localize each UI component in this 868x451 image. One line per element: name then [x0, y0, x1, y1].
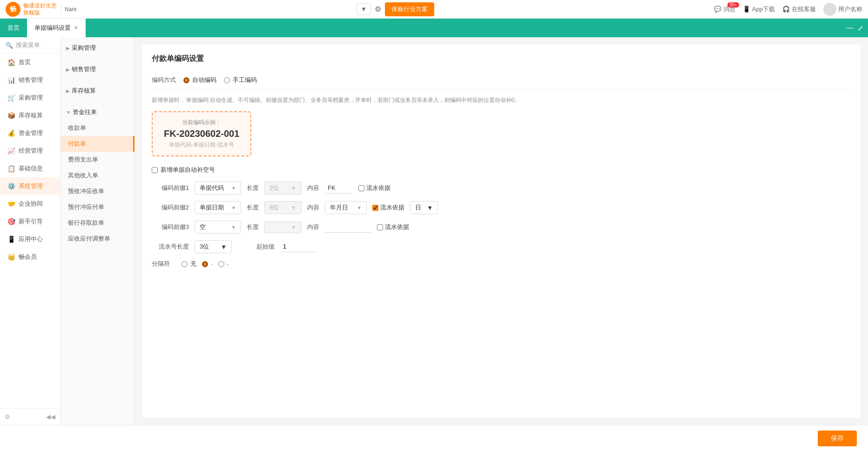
content3-input[interactable]: [325, 222, 371, 233]
tab-encoding-settings[interactable]: 单据编码设置 ✕: [27, 19, 86, 37]
prefix1-arrow-icon: ▼: [231, 186, 236, 191]
sidebar-item-system[interactable]: ⚙️ 系统管理: [0, 177, 60, 195]
sec-group-inventory-title[interactable]: ▶ 库存核算: [61, 83, 135, 99]
prefix3-select[interactable]: 空 ▼: [195, 221, 241, 234]
sidebar-item-finance[interactable]: 💰 资金管理: [0, 124, 60, 142]
sidebar-item-inventory[interactable]: 📦 库存核算: [0, 107, 60, 124]
topbar-dropdown[interactable]: ▼: [357, 3, 371, 15]
avatar: [823, 3, 836, 16]
sec-item-receipt[interactable]: 收款单: [61, 120, 135, 136]
tab-minimize-button[interactable]: —: [846, 24, 854, 33]
app-download-button[interactable]: 📱 App下载: [743, 5, 775, 13]
serial-length-select[interactable]: 3位 ▼: [195, 240, 232, 253]
topbar-divider: [61, 5, 61, 14]
prefix2-label: 编码前缀2: [152, 203, 189, 212]
start-val-input[interactable]: [280, 241, 317, 252]
prefix1-select[interactable]: 单据代码 ▼: [195, 182, 241, 195]
serial-length-label: 流水号长度: [152, 242, 189, 251]
sidebar-item-basic-info[interactable]: 📋 基础信息: [0, 160, 60, 177]
prefix2-select[interactable]: 单据日期 ▼: [195, 201, 241, 214]
prefix1-row: 编码前缀1 单据代码 ▼ 长度 2位 ▼ 内容 流水依据: [152, 182, 851, 195]
sec-item-adjustment[interactable]: 应收应付调整单: [61, 231, 135, 247]
manual-coding-radio[interactable]: 手工编码: [224, 76, 257, 84]
prefix3-arrow-icon: ▼: [231, 225, 236, 230]
coding-method-row: 编码方式 自动编码 手工编码: [152, 71, 851, 89]
code-preview-value: FK-20230602-001: [164, 128, 239, 139]
serial1-checkbox-item[interactable]: 流水依据: [358, 184, 390, 192]
length3-arrow-icon: ▼: [290, 224, 296, 231]
day-select[interactable]: 日 ▼: [410, 201, 438, 214]
trial-button[interactable]: 体验行业方案: [385, 2, 434, 16]
sep-dot-radio[interactable]: ·: [202, 261, 213, 268]
apps-icon: 📱: [7, 236, 15, 243]
sidebar-settings-icon[interactable]: ⚙: [5, 413, 10, 420]
serial3-checkbox-item[interactable]: 流水依据: [377, 223, 409, 231]
guide-icon: 🎯: [7, 218, 15, 225]
sep-dash-radio[interactable]: ·: [218, 261, 229, 268]
auto-fill-label: 新增单据自动补空号: [161, 166, 215, 174]
content2-select[interactable]: 年月日 ▼: [325, 201, 367, 214]
settings-icon[interactable]: ⚙: [375, 5, 381, 13]
serial1-checkbox[interactable]: [358, 185, 364, 191]
content1-input[interactable]: [325, 182, 353, 194]
serial3-checkbox[interactable]: [377, 224, 383, 230]
sidebar-item-guide[interactable]: 🎯 新手引导: [0, 213, 60, 230]
purchase-icon: 🛒: [7, 94, 15, 101]
messages-button[interactable]: 💬 消息 99+: [714, 5, 735, 13]
sec-item-expense[interactable]: 费用支出单: [61, 152, 135, 168]
sec-group-sales-title[interactable]: ▶ 销售管理: [61, 61, 135, 77]
tab-close-icon[interactable]: ✕: [74, 25, 78, 31]
sidebar-item-member[interactable]: 👑 畅会员: [0, 248, 60, 266]
tab-expand-button[interactable]: ⤢: [857, 24, 863, 33]
sep-none-radio[interactable]: 无: [182, 260, 196, 268]
length2-label: 长度: [247, 203, 259, 212]
length1-arrow-icon: ▼: [290, 185, 296, 192]
page-title: 付款单编码设置: [152, 54, 851, 64]
sidebar-item-sales[interactable]: 📊 销售管理: [0, 71, 60, 89]
main-layout: 🔍 搜索菜单 🏠 首页 📊 销售管理 🛒 采购管理 📦 库存核算 💰 资金管理 …: [0, 37, 868, 425]
logo-text: 畅通道好生意 旗舰版: [23, 2, 57, 16]
system-icon: ⚙️: [7, 182, 15, 190]
serial-length-row: 流水号长度 3位 ▼ 起始值: [152, 240, 851, 253]
prefix1-label: 编码前缀1: [152, 184, 189, 192]
chevron-down-icon-finance: ▼: [66, 110, 71, 115]
sec-item-prepay-pay[interactable]: 预付冲应付单: [61, 199, 135, 215]
auto-fill-checkbox[interactable]: [152, 167, 158, 173]
serial2-checkbox-item[interactable]: 流水依据: [372, 203, 404, 212]
user-info[interactable]: 用户名称: [823, 3, 862, 16]
length1-box: 2位 ▼: [264, 182, 302, 195]
sidebar-item-cooperation[interactable]: 🤝 企业协同: [0, 195, 60, 213]
sec-item-payment[interactable]: 付款单: [61, 136, 135, 152]
sec-item-prepay-recv[interactable]: 预收冲应收单: [61, 183, 135, 199]
member-icon: 👑: [7, 253, 15, 261]
online-service-button[interactable]: 🎧 在线客服: [782, 5, 816, 13]
bottom-bar: 保存: [0, 425, 868, 451]
topbar-center: ▼ ⚙ 体验行业方案: [357, 2, 434, 16]
sidebar-item-home[interactable]: 🏠 首页: [0, 54, 60, 71]
auto-coding-radio[interactable]: 自动编码: [183, 76, 216, 84]
sidebar-collapse-icon[interactable]: ◀◀: [46, 413, 55, 420]
nav-search-bar[interactable]: 🔍 搜索菜单: [0, 37, 60, 54]
serial2-checkbox[interactable]: [372, 205, 378, 211]
sidebar-item-operation[interactable]: 📈 经营管理: [0, 142, 60, 160]
app-icon: 📱: [743, 6, 750, 13]
left-sidebar: 🔍 搜索菜单 🏠 首页 📊 销售管理 🛒 采购管理 📦 库存核算 💰 资金管理 …: [0, 37, 61, 425]
cooperation-icon: 🤝: [7, 200, 15, 208]
sec-item-bank[interactable]: 银行存取款单: [61, 215, 135, 231]
secondary-sidebar: ▶ 采购管理 ▶ 销售管理 ▶ 库存核算 ▼ 资金往来 收款单: [61, 37, 135, 425]
content1-label: 内容: [307, 184, 319, 192]
home-icon: 🏠: [7, 59, 15, 66]
operation-icon: 📈: [7, 147, 15, 155]
length3-label: 长度: [247, 223, 259, 231]
sec-group-finance-title[interactable]: ▼ 资金往来: [61, 104, 135, 120]
tab-home[interactable]: 首页: [0, 19, 27, 37]
topbar: 畅 畅通道好生意 旗舰版 Nare ▼ ⚙ 体验行业方案 💬 消息 99+ 📱 …: [0, 0, 868, 19]
sec-group-purchase-title[interactable]: ▶ 采购管理: [61, 40, 135, 56]
sidebar-item-apps[interactable]: 📱 应用中心: [0, 230, 60, 248]
length1-label: 长度: [247, 184, 259, 192]
content-area: 付款单编码设置 编码方式 自动编码 手工编码 新增单据时，'单据编码'自动生成、…: [135, 37, 868, 425]
sec-item-other-income[interactable]: 其他收入单: [61, 168, 135, 183]
sidebar-item-purchase[interactable]: 🛒 采购管理: [0, 89, 60, 107]
save-button[interactable]: 保存: [818, 431, 857, 446]
prefix3-row: 编码前缀3 空 ▼ 长度 ▼ 内容 流水依据: [152, 221, 851, 234]
